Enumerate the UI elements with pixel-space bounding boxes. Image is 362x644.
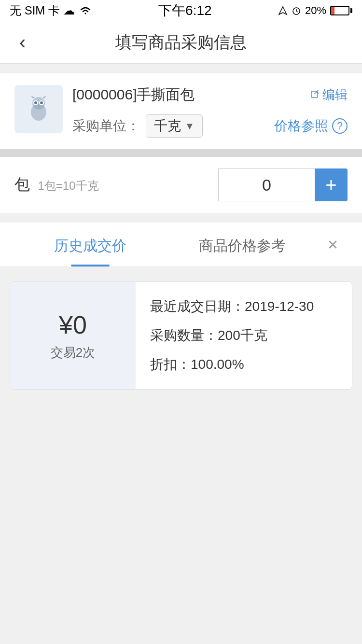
purchase-unit-row: 采购单位： 千克 ▼ 价格参照 ? <box>72 114 348 138</box>
wifi-icon <box>79 6 92 15</box>
edit-label: 编辑 <box>322 86 348 103</box>
alarm-icon <box>292 6 301 15</box>
battery-icon <box>330 6 352 15</box>
svg-marker-0 <box>279 7 287 14</box>
price-date: 最近成交日期：2019-12-30 <box>150 296 337 317</box>
tabs-bar: 历史成交价 商品价格参考 × <box>0 223 362 267</box>
battery-percent: 20% <box>305 4 326 17</box>
back-button[interactable]: ‹ <box>14 27 30 58</box>
unit-dropdown-arrow: ▼ <box>185 121 195 132</box>
product-card: [0000006]手撕面包 编辑 采购单位： 千克 ▼ 价格参照 ? <box>0 73 362 149</box>
close-icon: × <box>328 235 338 254</box>
date-label: 最近成交日期： <box>150 299 245 314</box>
section-divider <box>0 149 362 157</box>
product-logo <box>24 95 53 124</box>
quantity-conversion: 1包=10千克 <box>38 179 98 192</box>
discount-label: 折扣： <box>150 357 191 372</box>
status-right: 20% <box>278 4 352 17</box>
price-summary: ¥0 交易2次 <box>10 282 136 389</box>
location-icon <box>278 6 288 15</box>
discount-value: 100.00% <box>191 357 244 372</box>
edit-icon <box>310 90 320 100</box>
product-thumbnail <box>14 85 63 133</box>
svg-line-3 <box>296 11 298 12</box>
tabs-close-button[interactable]: × <box>318 225 348 265</box>
quantity-value: 0 <box>262 176 271 195</box>
plus-icon: + <box>325 174 336 196</box>
quantity-controls: 0 + <box>218 168 348 201</box>
tab-price-ref-label: 商品价格参考 <box>199 238 286 253</box>
price-ref-info-icon: ? <box>332 118 348 134</box>
price-trades: 交易2次 <box>51 344 95 361</box>
content-area: 历史成交价 商品价格参考 × ¥0 交易2次 最近成交日期：2019-12-30… <box>0 223 362 512</box>
price-amount: ¥0 <box>59 310 87 339</box>
quantity-row: 包 1包=10千克 0 + <box>0 157 362 213</box>
quantity-unit-label: 包 <box>14 176 30 193</box>
price-ref-label: 价格参照 <box>274 117 328 135</box>
unit-select[interactable]: 千克 ▼ <box>146 114 203 138</box>
price-card: ¥0 交易2次 最近成交日期：2019-12-30 采购数量：200千克 折扣：… <box>10 281 352 390</box>
product-info: [0000006]手撕面包 编辑 采购单位： 千克 ▼ 价格参照 ? <box>72 85 348 138</box>
status-bar: 无 SIM 卡 ☁ 下午6:12 20% <box>0 0 362 21</box>
price-details: 最近成交日期：2019-12-30 采购数量：200千克 折扣：100.00% <box>136 282 352 389</box>
svg-marker-11 <box>42 96 46 98</box>
quantity-input[interactable]: 0 <box>218 168 315 201</box>
product-name-row: [0000006]手撕面包 编辑 <box>72 85 348 105</box>
tab-price-reference[interactable]: 商品价格参考 <box>166 223 318 266</box>
quantity-label: 采购数量： <box>150 328 218 343</box>
product-name: [0000006]手撕面包 <box>72 85 195 105</box>
tab-history-label: 历史成交价 <box>54 238 126 253</box>
edit-button[interactable]: 编辑 <box>310 86 348 103</box>
svg-point-8 <box>34 101 37 104</box>
status-left: 无 SIM 卡 ☁ <box>10 3 92 18</box>
nav-bar: ‹ 填写商品采购信息 <box>0 21 362 64</box>
unit-value: 千克 <box>154 117 181 135</box>
price-reference-button[interactable]: 价格参照 ? <box>274 117 348 135</box>
status-time: 下午6:12 <box>158 1 212 20</box>
date-value: 2019-12-30 <box>245 299 314 314</box>
unit-label: 采购单位： <box>72 117 140 135</box>
quantity-detail-value: 200千克 <box>218 328 267 343</box>
quantity-plus-button[interactable]: + <box>315 168 348 201</box>
sim-text: 无 SIM 卡 ☁ <box>10 3 75 18</box>
price-quantity: 采购数量：200千克 <box>150 325 337 346</box>
quantity-label-area: 包 1包=10千克 <box>14 174 99 196</box>
page-title: 填写商品采购信息 <box>115 31 247 54</box>
svg-point-9 <box>40 101 43 104</box>
owl-icon <box>24 95 53 124</box>
svg-marker-10 <box>31 96 35 98</box>
tab-history-price[interactable]: 历史成交价 <box>14 223 166 266</box>
price-discount: 折扣：100.00% <box>150 354 337 375</box>
